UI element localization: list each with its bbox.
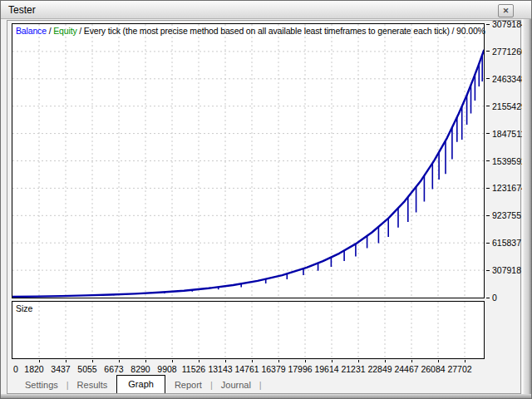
x-tick-label: 26084: [421, 364, 445, 374]
close-button[interactable]: ✕: [498, 4, 514, 17]
y-tick: [486, 51, 490, 52]
y-tick-label: 1539592: [492, 156, 526, 166]
x-tick-label: 8290: [131, 364, 150, 374]
y-tick-label: 1231674: [492, 183, 526, 193]
legend-quality: 90.00%: [456, 26, 485, 36]
y-tick: [486, 133, 490, 134]
tab-bar: Settings|ResultsGraphReport|Journal|: [7, 376, 520, 393]
x-tick: [411, 360, 412, 362]
x-tick-label: 9908: [157, 364, 176, 374]
x-tick: [39, 360, 40, 362]
x-tick: [332, 360, 332, 362]
x-tick-label: 13143: [208, 364, 232, 374]
x-tick-label: 5055: [77, 364, 96, 374]
legend-separator: /: [47, 26, 53, 36]
y-tick-label: 2463348: [492, 74, 526, 84]
y-tick: [486, 215, 490, 216]
x-tick: [145, 360, 146, 362]
legend-method: Every tick (the most precise method base…: [84, 26, 450, 36]
y-tick: [486, 298, 490, 298]
tab-report[interactable]: Report: [167, 377, 209, 393]
x-axis: 0182034375055667382909908115261314314761…: [12, 360, 490, 377]
y-tick: [486, 24, 490, 25]
titlebar[interactable]: Tester: [1, 1, 531, 19]
size-panel-grid-svg: [12, 302, 484, 358]
x-tick: [119, 360, 120, 362]
legend-separator: /: [450, 26, 456, 36]
y-tick: [486, 270, 490, 271]
chart-area[interactable]: Balance / Equity / Every tick (the most …: [12, 23, 485, 298]
y-tick-label: 0: [492, 293, 497, 303]
x-tick: [465, 360, 466, 362]
x-tick: [252, 360, 253, 362]
window-title: Tester: [8, 4, 36, 16]
x-tick-label: 11526: [182, 364, 205, 374]
tester-content: Balance / Equity / Every tick (the most …: [7, 20, 521, 394]
size-panel-label: Size: [16, 303, 32, 313]
x-tick-label: 22849: [367, 364, 392, 374]
y-tick-label: 2155429: [492, 101, 526, 111]
y-axis: 0307918615837923755123167415395921847511…: [486, 23, 521, 306]
y-tick: [486, 188, 490, 189]
x-tick: [385, 360, 386, 362]
tab-graph[interactable]: Graph: [116, 375, 165, 393]
x-tick-label: 21231: [341, 364, 365, 374]
y-tick-label: 1847511: [492, 129, 525, 139]
x-tick: [358, 360, 359, 362]
x-tick: [199, 360, 200, 362]
y-tick-label: 3079184: [492, 19, 526, 29]
x-tick-label: 6673: [104, 364, 123, 374]
x-tick: [172, 360, 173, 362]
tab-settings[interactable]: Settings: [17, 377, 66, 393]
x-tick-label: 14761: [234, 364, 259, 374]
right-splitter[interactable]: [522, 19, 531, 395]
chart-legend: Balance / Equity / Every tick (the most …: [16, 26, 485, 36]
x-tick-label: 27702: [447, 364, 471, 374]
x-tick-label: 19614: [314, 364, 338, 374]
size-panel: Size: [12, 301, 485, 359]
x-tick-label: 17996: [288, 364, 312, 374]
y-tick-label: 923755: [492, 210, 521, 220]
close-icon: ✕: [503, 7, 510, 15]
y-tick-label: 615837: [492, 238, 521, 248]
tab-separator: |: [259, 380, 263, 393]
x-tick-label: 24467: [394, 364, 418, 374]
x-tick-label: 3437: [51, 364, 70, 374]
y-tick: [486, 78, 490, 79]
legend-balance: Balance: [16, 26, 47, 36]
x-tick-label: 16379: [261, 364, 285, 374]
y-tick: [486, 243, 490, 244]
y-tick: [486, 106, 490, 106]
bottom-edge: [1, 394, 531, 398]
x-tick: [225, 360, 226, 362]
x-tick: [305, 360, 306, 362]
legend-equity: Equity: [53, 26, 76, 36]
x-tick: [438, 360, 439, 362]
y-tick-label: 307918: [492, 265, 521, 275]
y-tick: [486, 160, 490, 161]
tab-journal[interactable]: Journal: [214, 377, 259, 393]
tab-results[interactable]: Results: [70, 377, 116, 393]
x-tick: [66, 360, 66, 362]
tester-window: Tester ✕ Balance / Equity / Every tick (…: [0, 0, 532, 399]
legend-separator: /: [77, 26, 84, 36]
x-tick-label: 0: [13, 364, 18, 374]
equity-curve-svg: [12, 24, 484, 298]
x-tick-label: 1820: [24, 364, 43, 374]
x-tick: [92, 360, 93, 362]
y-tick-label: 2771266: [492, 47, 526, 57]
x-tick: [278, 360, 279, 362]
